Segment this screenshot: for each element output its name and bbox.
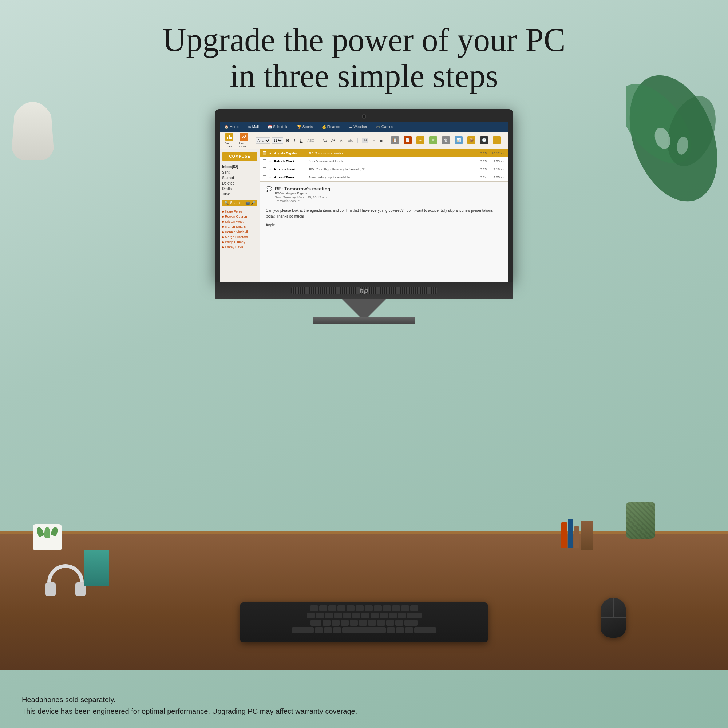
key bbox=[333, 627, 341, 633]
bar-chart-label: Bar Chart bbox=[225, 142, 234, 148]
keyboard[interactable] bbox=[240, 603, 488, 642]
from-label: FROM: bbox=[275, 191, 285, 195]
calendar-icon: 📋 bbox=[391, 136, 399, 144]
email-star-3[interactable]: ☆ bbox=[269, 175, 272, 179]
abc-button[interactable]: ABC bbox=[305, 138, 316, 143]
mouse-left-button[interactable] bbox=[601, 598, 614, 617]
book-2 bbox=[568, 519, 573, 548]
search-actions: 📹 🎤 bbox=[245, 201, 255, 205]
bold-button[interactable]: B bbox=[284, 138, 291, 144]
email-checkbox-1[interactable] bbox=[263, 159, 266, 163]
trash-icon-btn[interactable]: 🗑 bbox=[440, 135, 452, 146]
picture-button[interactable]: 🖼 bbox=[360, 136, 370, 145]
sent-date: Tuesday, March 25, 10:12 am bbox=[283, 196, 327, 199]
leaf bbox=[50, 526, 59, 537]
mouse-right-button[interactable] bbox=[614, 598, 626, 617]
chart-tools: Bar Chart Line Chart bbox=[223, 132, 253, 149]
email-checkbox-3[interactable] bbox=[263, 176, 266, 179]
lamp bbox=[11, 102, 55, 160]
lamp-shade bbox=[11, 102, 55, 160]
a-minus-button[interactable]: A- bbox=[338, 138, 345, 144]
sidebar-starred[interactable]: Starred bbox=[222, 175, 257, 180]
clock-icon: 🕐 bbox=[480, 136, 488, 144]
chart2-icon-btn[interactable]: 📊 bbox=[453, 135, 465, 146]
contact-donnie-vindevil[interactable]: Donnie Vindevil bbox=[222, 229, 257, 234]
contact-marion-smalls[interactable]: Marion Smalls bbox=[222, 224, 257, 229]
search-box[interactable]: 🔍 Search 📹 🎤 bbox=[222, 200, 257, 206]
contact-rowan-gearon[interactable]: Rowan Gearon bbox=[222, 214, 257, 219]
contact-emmy-davis[interactable]: Emmy Davis bbox=[222, 245, 257, 250]
font-family-select[interactable]: Arial bbox=[255, 137, 271, 144]
email-date-1: 3.25 bbox=[476, 159, 487, 163]
headline: Upgrade the power of your PC in three si… bbox=[0, 22, 728, 94]
nav-sports[interactable]: 🏆 Sports bbox=[295, 124, 315, 130]
align-center-button[interactable]: ☰ bbox=[378, 138, 384, 144]
email-row-3[interactable]: ☆ Arnold Tenor New parking spots availab… bbox=[260, 173, 508, 181]
sidebar-sent[interactable]: Sent bbox=[222, 170, 257, 175]
headphone-left-ear bbox=[46, 583, 56, 596]
aa-button[interactable]: Aa bbox=[321, 138, 328, 144]
sidebar-deleted[interactable]: Deleted bbox=[222, 180, 257, 186]
key bbox=[359, 620, 367, 626]
settings-icon-btn[interactable]: ⚙ bbox=[491, 135, 503, 146]
email-date-2: 3.25 bbox=[476, 167, 487, 171]
font-size-select[interactable]: 11 bbox=[272, 137, 283, 144]
nav-mail[interactable]: ✉ Mail bbox=[247, 124, 260, 130]
home-icon: 🏠 bbox=[224, 125, 229, 129]
compose-button[interactable]: COMPOSE bbox=[222, 152, 257, 161]
nav-weather[interactable]: ☁ Weather bbox=[347, 124, 369, 130]
contact-margo-lunsford[interactable]: Margo Lunsford bbox=[222, 234, 257, 240]
stand-base bbox=[313, 317, 415, 324]
contact-hugo-perez[interactable]: Hugo Perez bbox=[222, 209, 257, 214]
align-left-button[interactable]: ≡ bbox=[371, 138, 377, 144]
key bbox=[404, 620, 418, 626]
reply-icon: 💬 bbox=[266, 186, 272, 192]
key bbox=[398, 613, 406, 618]
nav-finance-label: Finance bbox=[327, 125, 340, 129]
nav-finance[interactable]: 💰 Finance bbox=[320, 124, 342, 130]
email-row-2[interactable]: ☆ Kristine Heart FW: Your Flight Itinera… bbox=[260, 165, 508, 173]
key bbox=[387, 627, 395, 633]
contact-dot bbox=[222, 216, 224, 218]
doc-icon: 📄 bbox=[404, 136, 412, 144]
contact-kristen-west[interactable]: Kristen West bbox=[222, 219, 257, 224]
calendar-icon-btn[interactable]: 📋 bbox=[389, 135, 401, 146]
doc-icon-btn[interactable]: 📄 bbox=[402, 135, 413, 146]
email-star-0[interactable]: ★ bbox=[269, 151, 272, 155]
email-body: 💬 RE: Tomorrow's meeting FROM: Angela Bi… bbox=[260, 182, 508, 282]
a-plus-button[interactable]: A+ bbox=[329, 138, 337, 144]
grid-icon-btn[interactable]: # bbox=[414, 135, 426, 146]
email-checkbox-0[interactable] bbox=[263, 151, 266, 155]
sidebar-drafts[interactable]: Drafts bbox=[222, 186, 257, 191]
underline-button[interactable]: U bbox=[298, 138, 304, 144]
clock-icon-btn[interactable]: 🕐 bbox=[478, 135, 490, 146]
email-row-0[interactable]: ★ Angela Bigsby RE: Tomorrow's meeting 3… bbox=[260, 149, 508, 157]
sidebar-junk[interactable]: Junk bbox=[222, 191, 257, 197]
nav-home[interactable]: 🏠 Home bbox=[223, 124, 241, 130]
email-body-from: FROM: Angela Bigsby bbox=[275, 191, 330, 195]
italic-button[interactable]: I bbox=[292, 138, 297, 144]
key bbox=[343, 613, 351, 618]
headline-line2: in three simple steps bbox=[0, 58, 728, 94]
email-star-1[interactable]: ☆ bbox=[269, 159, 272, 163]
svg-rect-7 bbox=[230, 137, 231, 139]
abc2-button[interactable]: abc bbox=[346, 138, 355, 144]
box-icon-btn[interactable]: 📦 bbox=[466, 135, 477, 146]
nav-games[interactable]: 🎮 Games bbox=[375, 124, 395, 130]
pencil-icon-btn[interactable]: ✏ bbox=[427, 135, 439, 146]
video-icon[interactable]: 📹 bbox=[245, 201, 250, 205]
sent-label: Sent: bbox=[275, 196, 283, 199]
key bbox=[350, 620, 358, 626]
bar-chart-button[interactable]: Bar Chart bbox=[223, 132, 236, 149]
nav-schedule[interactable]: 📅 Schedule bbox=[266, 124, 290, 130]
contact-paige-plumey[interactable]: Paige Plumey bbox=[222, 240, 257, 245]
mic-icon[interactable]: 🎤 bbox=[251, 201, 255, 205]
email-star-2[interactable]: ☆ bbox=[269, 167, 272, 171]
email-row-1[interactable]: ☆ Patrick Black John's retirement lunch … bbox=[260, 157, 508, 165]
email-checkbox-2[interactable] bbox=[263, 167, 266, 171]
line-chart-button[interactable]: Line Chart bbox=[237, 132, 251, 149]
key-row-1 bbox=[243, 605, 485, 611]
sidebar-inbox[interactable]: Inbox(52) bbox=[222, 164, 257, 170]
webcam bbox=[362, 114, 366, 119]
mouse[interactable] bbox=[601, 598, 626, 638]
